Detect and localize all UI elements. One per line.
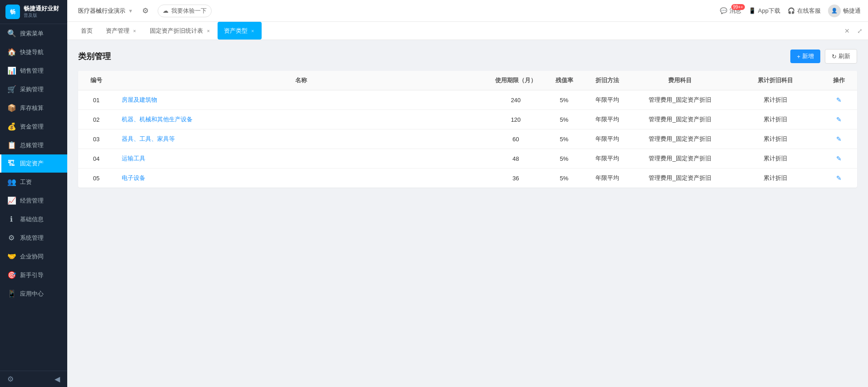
- sidebar-item-capital[interactable]: 💰 资金管理: [0, 117, 67, 136]
- topbar-settings-icon[interactable]: ⚙: [142, 6, 149, 15]
- tab-fixed-asset-report-label: 固定资产折旧统计表: [150, 27, 203, 35]
- sidebar-item-quick-nav[interactable]: 🏠 快捷导航: [0, 43, 67, 61]
- sidebar-item-enterprise[interactable]: 🤝 企业协同: [0, 247, 67, 266]
- enterprise-label: 企业协同: [20, 253, 44, 261]
- cell-name-2[interactable]: 器具、工具、家具等: [114, 129, 488, 149]
- settings-icon[interactable]: ⚙: [7, 375, 14, 383]
- cell-method-2: 年限平均: [585, 129, 630, 149]
- cell-number-1: 02: [78, 110, 114, 129]
- cell-accumulated-1: 累计折旧: [730, 110, 821, 129]
- experience-label: 我要体验一下: [171, 7, 207, 15]
- avatar: 👤: [828, 5, 841, 17]
- tab-fixed-asset-report[interactable]: 固定资产折旧统计表 ×: [144, 22, 217, 40]
- sidebar-item-payroll[interactable]: 👥 工资: [0, 173, 67, 191]
- cell-period-2: 60: [488, 129, 544, 149]
- cell-number-4: 05: [78, 169, 114, 188]
- message-action[interactable]: 💬 消息 99++: [720, 7, 741, 15]
- edit-button-0[interactable]: ✎: [836, 96, 842, 104]
- business-icon: 📈: [7, 196, 15, 205]
- table-body: 01 房屋及建筑物 240 5% 年限平均 管理费用_固定资产折旧 累计折旧 ✎…: [78, 90, 857, 188]
- collapse-icon[interactable]: ◀: [55, 375, 60, 383]
- business-label: 经营管理: [20, 197, 44, 205]
- sales-label: 销售管理: [20, 67, 44, 75]
- sidebar-item-guide[interactable]: 🎯 新手引导: [0, 266, 67, 284]
- plus-icon: +: [797, 53, 800, 60]
- sidebar-header: 畅 畅捷通好业财 普及版: [0, 0, 67, 24]
- cell-method-4: 年限平均: [585, 169, 630, 188]
- cell-action-2: ✎: [821, 129, 857, 149]
- refresh-label: 刷新: [838, 52, 850, 60]
- dropdown-icon: ▼: [128, 8, 133, 14]
- company-selector[interactable]: 医疗器械行业演示 ▼: [74, 5, 137, 17]
- sidebar: 畅 畅捷通好业财 普及版 🔍 搜索菜单 🏠 快捷导航 📊 销售管理 🛒 采购管理…: [0, 0, 67, 387]
- page-title: 类别管理: [78, 51, 111, 62]
- search-icon: 🔍: [7, 29, 15, 38]
- cell-action-0: ✎: [821, 90, 857, 110]
- tab-fixed-asset-report-close[interactable]: ×: [206, 28, 210, 34]
- tab-asset-type[interactable]: 资产类型 ×: [218, 22, 262, 40]
- sidebar-item-inventory[interactable]: 📦 库存核算: [0, 99, 67, 117]
- cell-period-3: 48: [488, 149, 544, 169]
- sidebar-item-sales[interactable]: 📊 销售管理: [0, 61, 67, 80]
- sidebar-item-ledger[interactable]: 📋 总账管理: [0, 136, 67, 154]
- sidebar-item-search[interactable]: 🔍 搜索菜单: [0, 24, 67, 43]
- window-close-icon[interactable]: ✕: [843, 25, 852, 36]
- payroll-icon: 👥: [7, 178, 15, 186]
- table-row: 03 器具、工具、家具等 60 5% 年限平均 管理费用_固定资产折旧 累计折旧…: [78, 129, 857, 149]
- table-header: 编号 名称 使用期限（月） 残值率 折旧方法 费用科目 累计折旧科目 操作: [78, 71, 857, 90]
- cell-name-3[interactable]: 运输工具: [114, 149, 488, 169]
- basic-info-label: 基础信息: [20, 215, 44, 223]
- message-badge: 99++: [731, 4, 745, 10]
- tab-home[interactable]: 首页: [74, 22, 99, 40]
- cell-name-0[interactable]: 房屋及建筑物: [114, 90, 488, 110]
- edit-button-1[interactable]: ✎: [836, 116, 842, 123]
- tab-asset-mgmt[interactable]: 资产管理 ×: [99, 22, 144, 40]
- sales-icon: 📊: [7, 66, 15, 75]
- sidebar-item-fixed-asset[interactable]: 🏗 固定资产: [0, 154, 67, 173]
- edit-button-4[interactable]: ✎: [836, 174, 842, 182]
- cell-residual-1: 5%: [544, 110, 585, 129]
- edit-button-3[interactable]: ✎: [836, 155, 842, 162]
- cell-name-4[interactable]: 电子设备: [114, 169, 488, 188]
- app-center-icon: 📱: [7, 289, 15, 298]
- cell-expense-1: 管理费用_固定资产折旧: [630, 110, 730, 129]
- cell-name-1[interactable]: 机器、机械和其他生产设备: [114, 110, 488, 129]
- sidebar-item-system[interactable]: ⚙ 系统管理: [0, 228, 67, 247]
- enterprise-icon: 🤝: [7, 252, 15, 261]
- cell-accumulated-2: 累计折旧: [730, 129, 821, 149]
- new-button[interactable]: + 新增: [790, 50, 820, 63]
- sidebar-item-purchase[interactable]: 🛒 采购管理: [0, 80, 67, 99]
- user-action[interactable]: 👤 畅捷通: [828, 5, 861, 17]
- online-service-action[interactable]: 🎧 在线客服: [788, 7, 821, 15]
- refresh-button[interactable]: ↻ 刷新: [825, 49, 857, 64]
- edit-button-2[interactable]: ✎: [836, 135, 842, 143]
- col-method: 折旧方法: [585, 71, 630, 90]
- cell-residual-4: 5%: [544, 169, 585, 188]
- basic-info-icon: ℹ: [7, 215, 15, 223]
- cloud-icon: ☁: [163, 7, 169, 14]
- cell-method-0: 年限平均: [585, 90, 630, 110]
- purchase-label: 采购管理: [20, 85, 44, 94]
- app-name: 畅捷通好业财: [24, 5, 59, 13]
- quick-nav-label: 快捷导航: [20, 48, 44, 56]
- sidebar-item-business[interactable]: 📈 经营管理: [0, 191, 67, 210]
- topbar-actions: 💬 消息 99++ 📱 App下载 🎧 在线客服 👤 畅捷通: [720, 5, 861, 17]
- sidebar-footer: ⚙ ◀: [0, 371, 67, 387]
- tab-asset-type-close[interactable]: ×: [250, 28, 255, 34]
- window-maximize-icon[interactable]: ⤢: [855, 25, 864, 36]
- sidebar-item-app-center[interactable]: 📱 应用中心: [0, 284, 67, 303]
- fixed-asset-label: 固定资产: [20, 159, 44, 168]
- table-row: 01 房屋及建筑物 240 5% 年限平均 管理费用_固定资产折旧 累计折旧 ✎: [78, 90, 857, 110]
- sidebar-item-basic-info[interactable]: ℹ 基础信息: [0, 210, 67, 228]
- app-download-icon: 📱: [749, 7, 756, 14]
- guide-icon: 🎯: [7, 271, 15, 279]
- sidebar-nav: 🔍 搜索菜单 🏠 快捷导航 📊 销售管理 🛒 采购管理 📦 库存核算 💰 资金管…: [0, 24, 67, 371]
- category-table: 编号 名称 使用期限（月） 残值率 折旧方法 费用科目 累计折旧科目 操作 01…: [78, 71, 857, 188]
- cell-number-3: 04: [78, 149, 114, 169]
- tab-home-label: 首页: [81, 27, 93, 35]
- experience-button[interactable]: ☁ 我要体验一下: [158, 5, 212, 17]
- tab-asset-mgmt-close[interactable]: ×: [132, 28, 137, 34]
- cell-number-2: 03: [78, 129, 114, 149]
- app-download-action[interactable]: 📱 App下载: [749, 7, 780, 15]
- main-area: 医疗器械行业演示 ▼ ⚙ ☁ 我要体验一下 💬 消息 99++ 📱 App下载 …: [67, 0, 868, 387]
